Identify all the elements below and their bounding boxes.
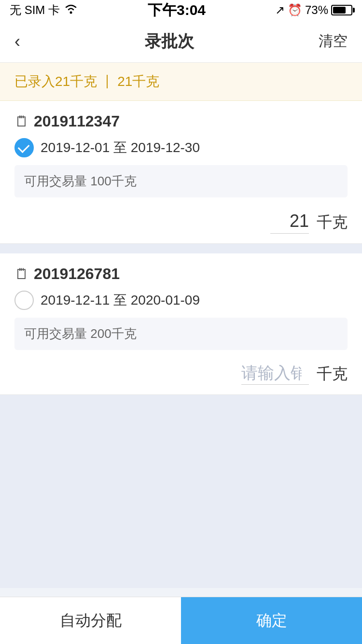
wifi-icon (64, 3, 78, 17)
battery-fill (333, 7, 346, 14)
location-icon: ↗ (275, 3, 285, 17)
batch-1-number: 2019112347 (34, 112, 120, 130)
status-left: 无 SIM 卡 (10, 2, 78, 18)
batch-card-2: 🗒 2019126781 2019-12-11 至 2020-01-09 可用交… (0, 253, 362, 395)
auto-distribute-button[interactable]: 自动分配 (0, 597, 181, 644)
batch-1-unit: 千克 (317, 212, 348, 233)
batch-2-date-row[interactable]: 2019-12-11 至 2020-01-09 (0, 288, 362, 313)
page-content: 已录入21千克 21千克 🗒 2019112347 2019-12-01 至 2… (0, 63, 362, 644)
batch-2-date: 2019-12-11 至 2020-01-09 (41, 291, 200, 309)
battery-icon (331, 5, 352, 15)
batch-1-input-row: 21 千克 (0, 204, 362, 244)
batch-2-radio[interactable] (14, 291, 34, 310)
summary-banner: 已录入21千克 21千克 (0, 63, 362, 101)
battery-percent: 73% (305, 3, 328, 17)
status-bar: 无 SIM 卡 下午3:04 ↗ ⏰ 73% (0, 0, 362, 20)
batch-2-header: 🗒 2019126781 (0, 253, 362, 288)
batch-2-quantity-input[interactable] (241, 364, 309, 385)
page-title: 录批次 (145, 30, 194, 53)
batch-2-icon: 🗒 (14, 266, 29, 282)
batch-2-number: 2019126781 (34, 265, 120, 283)
bottom-space (0, 395, 362, 588)
batch-card-1: 🗒 2019112347 2019-12-01 至 2019-12-30 可用交… (0, 101, 362, 244)
total-label: 21千克 (117, 72, 159, 91)
recorded-label: 已录入21千克 (14, 72, 97, 91)
carrier-label: 无 SIM 卡 (10, 2, 60, 18)
batch-1-available: 可用交易量 100千克 (14, 165, 348, 197)
batch-1-date-row[interactable]: 2019-12-01 至 2019-12-30 (0, 135, 362, 160)
section-separator-1 (0, 244, 362, 253)
summary-divider (107, 75, 108, 88)
clear-button[interactable]: 清空 (319, 31, 348, 51)
bottom-bar: 自动分配 确定 (0, 597, 362, 644)
status-right: ↗ ⏰ 73% (275, 3, 352, 17)
batch-2-available: 可用交易量 200千克 (14, 318, 348, 350)
svg-point-0 (70, 12, 72, 14)
confirm-button[interactable]: 确定 (181, 597, 362, 644)
alarm-icon: ⏰ (288, 3, 302, 17)
batch-1-quantity: 21 (270, 211, 309, 234)
batch-1-radio[interactable] (14, 138, 34, 157)
batch-1-header: 🗒 2019112347 (0, 101, 362, 135)
status-time: 下午3:04 (148, 0, 206, 20)
batch-2-input-row: 千克 (0, 357, 362, 395)
batch-1-date: 2019-12-01 至 2019-12-30 (41, 139, 200, 157)
back-button[interactable]: ‹ (14, 31, 20, 52)
nav-bar: ‹ 录批次 清空 (0, 20, 362, 63)
batch-1-icon: 🗒 (14, 113, 29, 130)
batch-2-unit: 千克 (317, 364, 348, 385)
